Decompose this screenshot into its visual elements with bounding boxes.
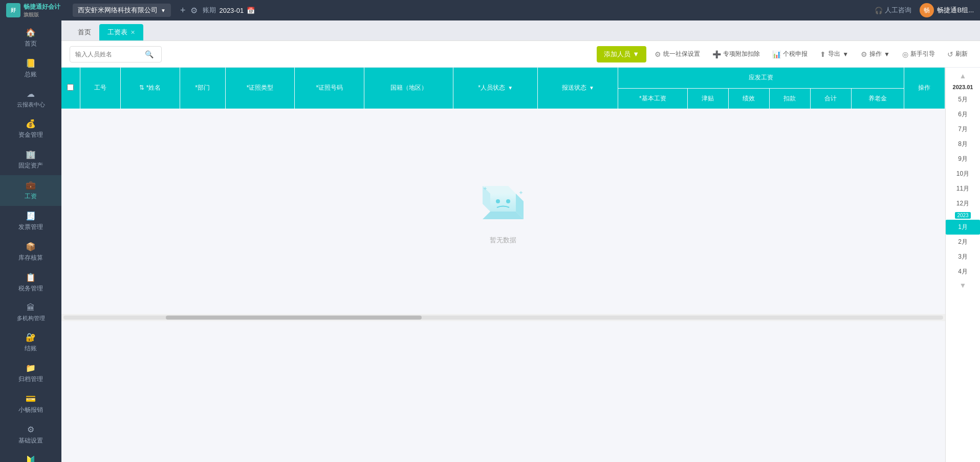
scroll-thumb[interactable] — [166, 316, 422, 320]
month-7[interactable]: 7月 — [946, 122, 980, 137]
top-bar: 好 畅捷通好会计 旗舰版 西安虾米网络科技有限公司 ▼ + ⚙ 账期 2023-… — [0, 0, 980, 20]
calendar-icon[interactable]: 📅 — [247, 7, 255, 14]
header-name: ⇅ *姓名 — [121, 68, 180, 109]
month-1[interactable]: 1月 — [946, 220, 980, 235]
select-all-checkbox[interactable] — [67, 84, 74, 91]
tax-report-button[interactable]: 📊 个税申报 — [768, 46, 812, 62]
month-2[interactable]: 2月 — [946, 235, 980, 249]
archive-icon: 📁 — [26, 363, 36, 373]
empty-illustration — [477, 178, 529, 229]
header-person-status: *人员状态 ▼ — [453, 68, 538, 109]
header-old-age: 养老金 — [851, 88, 904, 109]
sidebar-label-expense: 小畅报销 — [18, 406, 43, 414]
period-value: 2023-01 — [219, 7, 244, 14]
sidebar-label-assets: 固定资产 — [18, 161, 43, 170]
sidebar-item-funds[interactable]: 💰 资金管理 — [0, 114, 61, 144]
sidebar-item-expense[interactable]: 💳 小畅报销 — [0, 389, 61, 419]
app-name: 畅捷通好会计 — [24, 3, 60, 11]
sidebar-item-salary[interactable]: 💼 工资 — [0, 175, 61, 206]
sidebar-item-archive[interactable]: 📁 归档管理 — [0, 358, 61, 389]
search-icon: 🔍 — [145, 50, 154, 58]
refresh-label: 刷新 — [955, 50, 968, 58]
sidebar-item-cloud[interactable]: ☁ 云报表中心 — [0, 84, 61, 114]
company-name: 西安虾米网络科技有限公司 — [78, 6, 158, 15]
sidebar-item-assets[interactable]: 🏢 固定资产 — [0, 144, 61, 175]
header-region: 国籍（地区） — [364, 68, 453, 109]
operations-button[interactable]: ⚙ 操作 ▼ — [857, 46, 894, 62]
deduction-icon: ➕ — [712, 50, 721, 58]
sidebar-item-closing[interactable]: 🔐 结账 — [0, 327, 61, 358]
tab-home[interactable]: 首页 — [70, 24, 99, 40]
month-6[interactable]: 6月 — [946, 107, 980, 122]
month-9[interactable]: 9月 — [946, 152, 980, 166]
sidebar-label-closing: 结账 — [25, 344, 37, 353]
service-button[interactable]: 🎧 人工咨询 — [875, 6, 911, 15]
header-salary-group: 应发工资 — [618, 68, 904, 88]
operations-label: 操作 — [869, 50, 882, 58]
tab-close-icon[interactable]: ✕ — [130, 29, 135, 36]
sidebar-label-salary: 工资 — [25, 192, 37, 201]
main-layout: 🏠 首页 📒 总账 ☁ 云报表中心 💰 资金管理 🏢 固定资产 💼 工资 🧾 发… — [0, 20, 980, 462]
tax-report-label: 个税申报 — [783, 50, 808, 58]
sidebar-item-inventory[interactable]: 📦 库存核算 — [0, 237, 61, 267]
new-guide-label: 新手引导 — [910, 50, 935, 58]
settings-button[interactable]: ⚙ — [190, 6, 198, 15]
svg-marker-2 — [490, 194, 516, 212]
sidebar-item-tax[interactable]: 📋 税务管理 — [0, 267, 61, 298]
person-status-filter-icon[interactable]: ▼ — [508, 85, 513, 91]
scroll-track — [63, 316, 943, 320]
tab-salary-table[interactable]: 工资表 ✕ — [99, 24, 143, 40]
export-label: 导出 — [828, 50, 840, 58]
search-box: 🔍 — [70, 46, 162, 62]
sidebar-item-invoice[interactable]: 🧾 发票管理 — [0, 206, 61, 237]
inventory-icon: 📦 — [26, 242, 36, 251]
report-status-filter-icon[interactable]: ▼ — [589, 85, 594, 91]
assets-icon: 🏢 — [26, 150, 36, 159]
sidebar-label-home: 首页 — [25, 39, 37, 48]
empty-text: 暂无数据 — [490, 236, 516, 245]
period-label: 账期 2023-01 📅 — [203, 6, 255, 15]
special-deduction-button[interactable]: ➕ 专项附加扣除 — [708, 46, 764, 62]
add-company-button[interactable]: + — [180, 5, 186, 16]
app-logo: 好 畅捷通好会计 旗舰版 — [6, 3, 68, 18]
down-arrow-button[interactable]: ▼ — [957, 279, 969, 291]
add-person-button[interactable]: 添加人员 ▼ — [597, 46, 646, 62]
horizontal-scrollbar[interactable] — [61, 314, 945, 321]
expense-icon: 💳 — [26, 394, 36, 404]
header-allowance: 津贴 — [687, 88, 728, 109]
month-8[interactable]: 8月 — [946, 137, 980, 152]
company-selector[interactable]: 西安虾米网络科技有限公司 ▼ — [73, 4, 171, 17]
user-info[interactable]: 畅 畅捷通B组... — [920, 3, 974, 17]
month-5[interactable]: 5月 — [946, 92, 980, 107]
export-button[interactable]: ⬆ 导出 ▼ — [816, 46, 853, 62]
funds-icon: 💰 — [26, 119, 36, 129]
sidebar-item-ledger[interactable]: 📒 总账 — [0, 53, 61, 84]
month-4[interactable]: 4月 — [946, 264, 980, 279]
month-3[interactable]: 3月 — [946, 249, 980, 264]
refresh-button[interactable]: ↺ 刷新 — [943, 46, 972, 62]
sidebar-item-settings[interactable]: ⚙ 基础设置 — [0, 419, 61, 450]
period-display: 2023.01 — [951, 82, 975, 92]
export-icon: ⬆ — [820, 50, 826, 58]
new-guide-button[interactable]: ◎ 新手引导 — [898, 46, 939, 62]
table-area: 工号 ⇅ *姓名 *部门 *证照类型 *证照号码 国籍（地区） *人员状态 ▼ … — [61, 68, 945, 462]
invoice-icon: 🧾 — [26, 211, 36, 221]
social-label: 统一社保设置 — [663, 50, 700, 58]
toolbar: 🔍 添加人员 ▼ ⚙ 统一社保设置 ➕ 专项附加扣除 📊 个税申报 ⬆ 导出 — [61, 41, 980, 68]
sidebar-item-home[interactable]: 🏠 首页 — [0, 23, 61, 53]
content-area: 首页 工资表 ✕ 🔍 添加人员 ▼ ⚙ 统一社保设置 ➕ — [61, 20, 980, 462]
header-checkbox-cell — [61, 68, 80, 109]
svg-point-5 — [496, 199, 500, 203]
app-version: 旗舰版 — [24, 11, 60, 18]
month-11[interactable]: 11月 — [946, 181, 980, 196]
sidebar-label-settings: 基础设置 — [18, 436, 43, 445]
search-input[interactable] — [75, 51, 142, 58]
up-arrow-button[interactable]: ▲ — [957, 70, 969, 82]
social-settings-button[interactable]: ⚙ 统一社保设置 — [650, 46, 704, 62]
table-body: 暂无数据 — [61, 109, 945, 314]
sidebar-item-multi[interactable]: 🏛 多机构管理 — [0, 298, 61, 327]
month-12[interactable]: 12月 — [946, 196, 980, 211]
deduction-label: 专项附加扣除 — [723, 50, 760, 58]
month-10[interactable]: 10月 — [946, 166, 980, 181]
sidebar-item-guide[interactable]: 🔰 新手引导 — [0, 450, 61, 462]
